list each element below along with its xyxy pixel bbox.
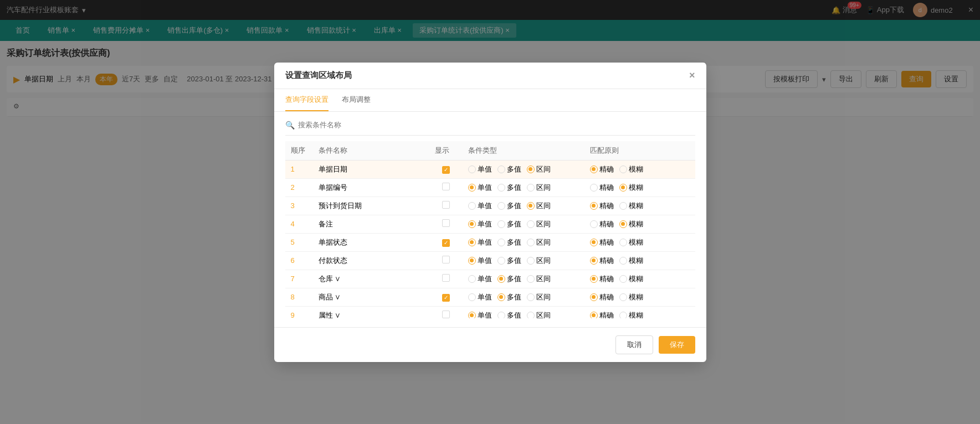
match-radio-精确[interactable]: 精确 bbox=[590, 183, 614, 193]
cell-show[interactable] bbox=[429, 197, 463, 215]
cell-show[interactable] bbox=[429, 270, 463, 288]
type-radio-区间[interactable]: 区间 bbox=[527, 183, 551, 193]
show-checkbox[interactable] bbox=[442, 239, 450, 247]
radio-circle bbox=[527, 166, 535, 173]
type-radio-区间[interactable]: 区间 bbox=[527, 164, 551, 174]
modal-tab-query-fields[interactable]: 查询字段设置 bbox=[285, 89, 329, 111]
cell-name: 付款状态 bbox=[313, 251, 429, 270]
type-radio-区间[interactable]: 区间 bbox=[527, 219, 551, 229]
match-radio-模糊[interactable]: 模糊 bbox=[619, 219, 643, 229]
cell-show[interactable] bbox=[429, 178, 463, 197]
modal-table-scroll: 顺序 条件名称 显示 条件类型 匹配原则 1单据日期单值多值区间精确模糊2单据编… bbox=[285, 141, 695, 318]
cell-order: 2 bbox=[285, 178, 313, 197]
cell-show[interactable] bbox=[429, 306, 463, 318]
type-radio-多值[interactable]: 多值 bbox=[497, 274, 521, 284]
cell-type: 单值多值区间 bbox=[463, 251, 584, 270]
match-radio-精确[interactable]: 精确 bbox=[590, 201, 614, 211]
type-radio-单值[interactable]: 单值 bbox=[468, 274, 492, 284]
show-checkbox[interactable] bbox=[442, 294, 450, 302]
show-checkbox[interactable] bbox=[442, 311, 450, 318]
cell-name: 单据日期 bbox=[313, 160, 429, 178]
cell-type: 单值多值区间 bbox=[463, 288, 584, 306]
search-input[interactable] bbox=[298, 121, 409, 129]
match-radio-模糊[interactable]: 模糊 bbox=[619, 256, 643, 266]
type-radio-单值[interactable]: 单值 bbox=[468, 183, 492, 193]
type-radio-多值[interactable]: 多值 bbox=[497, 219, 521, 229]
type-radio-单值[interactable]: 单值 bbox=[468, 292, 492, 302]
search-icon: 🔍 bbox=[285, 121, 295, 130]
type-radio-区间[interactable]: 区间 bbox=[527, 311, 551, 318]
radio-circle bbox=[468, 166, 476, 173]
cell-match: 精确模糊 bbox=[584, 197, 695, 215]
modal-body: 🔍 顺序 条件名称 显示 条件类型 匹配原则 bbox=[274, 112, 706, 327]
match-radio-模糊[interactable]: 模糊 bbox=[619, 164, 643, 174]
show-checkbox[interactable] bbox=[442, 256, 450, 263]
table-row: 6付款状态单值多值区间精确模糊 bbox=[285, 251, 695, 270]
type-radio-多值[interactable]: 多值 bbox=[497, 237, 521, 247]
type-radio-多值[interactable]: 多值 bbox=[497, 183, 521, 193]
radio-circle bbox=[497, 239, 505, 246]
search-bar: 🔍 bbox=[285, 121, 695, 136]
type-radio-区间[interactable]: 区间 bbox=[527, 292, 551, 302]
type-radio-多值[interactable]: 多值 bbox=[497, 292, 521, 302]
cell-type: 单值多值区间 bbox=[463, 160, 584, 178]
type-radio-多值[interactable]: 多值 bbox=[497, 311, 521, 318]
match-radio-精确[interactable]: 精确 bbox=[590, 311, 614, 318]
type-radio-多值[interactable]: 多值 bbox=[497, 256, 521, 266]
type-radio-单值[interactable]: 单值 bbox=[468, 219, 492, 229]
cell-show[interactable] bbox=[429, 288, 463, 306]
match-radio-模糊[interactable]: 模糊 bbox=[619, 201, 643, 211]
match-radio-模糊[interactable]: 模糊 bbox=[619, 311, 643, 318]
radio-circle bbox=[590, 220, 598, 228]
match-radio-模糊[interactable]: 模糊 bbox=[619, 292, 643, 302]
cell-type: 单值多值区间 bbox=[463, 270, 584, 288]
radio-circle bbox=[590, 184, 598, 192]
show-checkbox[interactable] bbox=[442, 219, 450, 227]
show-checkbox[interactable] bbox=[442, 183, 450, 190]
radio-circle bbox=[590, 166, 598, 173]
cell-show[interactable] bbox=[429, 251, 463, 270]
match-radio-精确[interactable]: 精确 bbox=[590, 256, 614, 266]
match-radio-模糊[interactable]: 模糊 bbox=[619, 237, 643, 247]
type-radio-单值[interactable]: 单值 bbox=[468, 201, 492, 211]
cell-match: 精确模糊 bbox=[584, 160, 695, 178]
show-checkbox[interactable] bbox=[442, 201, 450, 209]
show-checkbox[interactable] bbox=[442, 274, 450, 282]
cell-show[interactable] bbox=[429, 233, 463, 251]
cell-order: 8 bbox=[285, 288, 313, 306]
type-radio-单值[interactable]: 单值 bbox=[468, 256, 492, 266]
modal-tab-layout[interactable]: 布局调整 bbox=[342, 89, 371, 111]
cell-show[interactable] bbox=[429, 160, 463, 178]
modal-close-button[interactable]: × bbox=[689, 70, 695, 80]
type-radio-区间[interactable]: 区间 bbox=[527, 201, 551, 211]
type-radio-区间[interactable]: 区间 bbox=[527, 237, 551, 247]
cell-order: 3 bbox=[285, 197, 313, 215]
cancel-button[interactable]: 取消 bbox=[615, 335, 653, 354]
type-radio-单值[interactable]: 单值 bbox=[468, 311, 492, 318]
match-radio-精确[interactable]: 精确 bbox=[590, 274, 614, 284]
type-radio-多值[interactable]: 多值 bbox=[497, 164, 521, 174]
type-radio-单值[interactable]: 单值 bbox=[468, 164, 492, 174]
radio-circle bbox=[468, 202, 476, 210]
show-checkbox[interactable] bbox=[442, 166, 450, 174]
radio-circle bbox=[590, 275, 598, 283]
type-radio-单值[interactable]: 单值 bbox=[468, 237, 492, 247]
radio-circle bbox=[619, 257, 627, 265]
match-radio-精确[interactable]: 精确 bbox=[590, 219, 614, 229]
radio-circle bbox=[590, 257, 598, 265]
cell-show[interactable] bbox=[429, 215, 463, 233]
match-radio-精确[interactable]: 精确 bbox=[590, 292, 614, 302]
radio-circle bbox=[527, 220, 535, 228]
type-radio-区间[interactable]: 区间 bbox=[527, 274, 551, 284]
match-radio-精确[interactable]: 精确 bbox=[590, 164, 614, 174]
cell-type: 单值多值区间 bbox=[463, 197, 584, 215]
type-radio-区间[interactable]: 区间 bbox=[527, 256, 551, 266]
table-row: 2单据编号单值多值区间精确模糊 bbox=[285, 178, 695, 197]
save-button[interactable]: 保存 bbox=[659, 336, 695, 354]
match-radio-精确[interactable]: 精确 bbox=[590, 237, 614, 247]
table-row: 1单据日期单值多值区间精确模糊 bbox=[285, 160, 695, 178]
radio-circle bbox=[619, 293, 627, 301]
type-radio-多值[interactable]: 多值 bbox=[497, 201, 521, 211]
match-radio-模糊[interactable]: 模糊 bbox=[619, 183, 643, 193]
match-radio-模糊[interactable]: 模糊 bbox=[619, 274, 643, 284]
